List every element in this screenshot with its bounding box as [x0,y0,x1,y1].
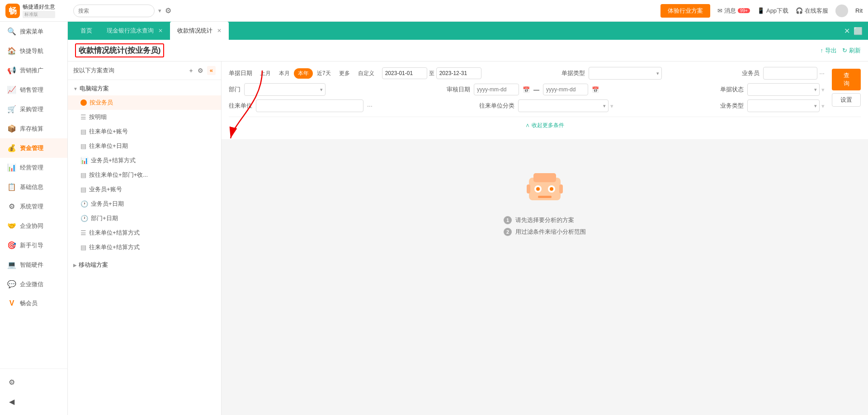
gear-icon-header[interactable]: ⚙ [165,6,171,15]
doc-type-select[interactable] [589,67,662,80]
scheme-item-partner-account[interactable]: ▤ 往来单位+账号 [68,124,221,139]
tip2-text: 用过滤条件来缩小分析范围 [515,228,586,236]
salesperson-label: 业务员 [742,69,760,77]
sidebar-item-basic-info[interactable]: 📋 基础信息 [0,177,67,197]
svg-point-6 [550,187,553,191]
finance-label: 资金管理 [20,144,43,152]
filter-settings-button[interactable]: 设置 [832,93,861,107]
left-panel-title: 按以下方案查询 [73,66,114,75]
biz-type-select[interactable] [747,99,820,112]
app-download-action[interactable]: 📱 App下载 [757,7,788,15]
sidebar-item-smart-hw[interactable]: 💻 智能硬件 [0,255,67,274]
window-maximize-icon[interactable]: ⬜ [854,27,863,35]
tab-bank-flow-close[interactable]: ✕ [158,28,163,34]
date-this-month[interactable]: 本月 [275,68,294,79]
tab-receipt-stats-close[interactable]: ✕ [217,28,222,34]
salesperson-more-btn[interactable]: ··· [819,70,825,77]
collapse-panel-button[interactable]: « [207,66,216,75]
sidebar-settings-btn[interactable]: ⚙ [0,373,67,392]
tip1-text: 请先选择要分析的方案 [515,216,574,224]
doc-status-select[interactable] [747,83,820,96]
sidebar-collapse-btn[interactable]: ◀‌‌ [0,392,67,411]
query-button[interactable]: 查询 [832,69,861,90]
review-date-to-input[interactable] [543,84,588,95]
scheme-item-partner-date[interactable]: ▤ 往来单位+日期 [68,139,221,153]
top-header: 畅 畅捷通好生意 标准版 ▾ ⚙ 体验行业方案 ✉ 消息 99+ 📱 App下载… [0,0,868,22]
guide-icon: 🎯 [7,241,16,250]
svg-rect-7 [538,196,552,198]
scheme-item-by-salesperson[interactable]: ⏻ 按业务员 [68,95,221,110]
mobile-group-label: 移动端方案 [79,261,108,269]
date-from-input[interactable] [382,67,427,79]
sidebar-item-purchase[interactable]: 🛒 采购管理 [0,99,67,119]
sidebar-item-sales[interactable]: 📈 销售管理 [0,80,67,99]
search-input[interactable] [73,5,155,17]
tab-receipt-stats[interactable]: 收款情况统计 ✕ [170,22,229,40]
review-date-cal1-icon[interactable]: 📅 [523,86,530,93]
partner-more-btn[interactable]: ··· [367,102,373,109]
sidebar-item-quick-nav[interactable]: 🏠 快捷导航 [0,41,67,61]
sidebar-item-enterprise-wechat[interactable]: 💬 企业微信 [0,274,67,294]
window-close-icon[interactable]: ✕ [844,27,850,35]
sidebar-item-operations[interactable]: 📊 经营管理 [0,158,67,177]
header-right: 体验行业方案 ✉ 消息 99+ 📱 App下载 🎧 在线客服 Rit [660,4,863,18]
partner-category-select[interactable] [518,99,609,112]
scheme-item-dept-date[interactable]: 🕐 部门+日期 [68,211,221,226]
sidebar-item-finance[interactable]: 💰 资金管理 [0,138,67,158]
sidebar-item-enterprise[interactable]: 🤝 企业协同 [0,216,67,236]
tab-window-controls: ✕ ⬜ [844,27,863,35]
date-custom[interactable]: 自定义 [354,68,378,79]
scheme-item-partner-dept-collect[interactable]: ▤ 按往来单位+部门+收... [68,168,221,182]
sidebar-item-guide[interactable]: 🎯 新手引导 [0,236,67,255]
scheme-item-partner-settle1[interactable]: ☰ 往来单位+结算方式 [68,226,221,240]
date-to-input[interactable] [436,67,481,79]
partner-input[interactable] [256,99,363,112]
messages-label: 消息 [724,7,736,15]
scheme-group-desktop-header[interactable]: ▼ 电脑端方案 [68,82,221,95]
scheme-settings-button[interactable]: ⚙ [197,66,204,75]
tab-bank-flow[interactable]: 现金银行流水查询 ✕ [99,22,170,40]
user-avatar[interactable] [835,5,848,17]
scheme-group-mobile-header[interactable]: ▶ 移动端方案 [68,258,221,272]
sidebar-item-member[interactable]: V 畅会员 [0,294,67,313]
date-prev-month[interactable]: 上月 [256,68,275,79]
sales-label: 销售管理 [20,86,43,94]
sidebar-bottom: ⚙ ◀‌‌ [0,368,67,415]
member-icon: V [7,299,16,307]
search-menu-icon: 🔍 [7,27,16,36]
scheme-item-salesperson-settle[interactable]: 📊 业务员+结算方式 [68,153,221,168]
partner-dept-collect-icon: ▤ [80,171,86,179]
date-recent-7[interactable]: 近7天 [313,68,335,79]
scheme-item-salesperson-date[interactable]: 🕐 业务员+日期 [68,197,221,211]
sidebar-item-inventory[interactable]: 📦 库存核算 [0,119,67,138]
filter-fields-left: 单据日期 上月 本月 本年 近7天 更多 自定义 [229,67,825,112]
sidebar-item-search-menu[interactable]: 🔍 搜索菜单 [0,22,67,41]
trial-button[interactable]: 体验行业方案 [660,4,710,18]
scheme-item-partner-settle2[interactable]: ▤ 往来单位+结算方式 [68,240,221,255]
tab-home[interactable]: 首页 [73,27,99,35]
review-date-cal2-icon[interactable]: 📅 [592,86,599,93]
salesperson-input[interactable] [763,67,817,80]
smart-hw-icon: 💻 [7,260,16,269]
scheme-item-by-detail[interactable]: ☰ 按明细 [68,110,221,124]
sidebar-item-marketing[interactable]: 📢 营销推广 [0,61,67,80]
partner-cat-dropdown-btn[interactable]: ▾ [610,103,613,109]
doc-status-dropdown-btn[interactable]: ▾ [821,86,825,93]
add-scheme-button[interactable]: + [189,66,194,75]
sidebar-item-system[interactable]: ⚙ 系统管理 [0,197,67,216]
refresh-button[interactable]: ↻ 刷新 [842,47,861,55]
salesperson-account-icon: ▤ [80,186,86,193]
collapse-more-bar[interactable]: ∧ 收起更多条件 [229,117,861,134]
customer-service-action[interactable]: 🎧 在线客服 [796,7,828,15]
date-this-year[interactable]: 本年 [294,68,313,79]
scheme-item-salesperson-account[interactable]: ▤ 业务员+账号 [68,182,221,197]
enterprise-wechat-label: 企业微信 [20,280,43,288]
export-button[interactable]: ↑ 导出 [821,47,837,55]
messages-action[interactable]: ✉ 消息 99+ [717,7,750,15]
partner-label: 往来单位 [229,102,252,110]
date-more[interactable]: 更多 [335,68,354,79]
dept-select[interactable] [244,83,326,96]
biz-type-dropdown-btn[interactable]: ▾ [821,103,825,109]
review-date-from-input[interactable] [474,84,519,95]
dropdown-icon[interactable]: ▾ [158,7,161,14]
